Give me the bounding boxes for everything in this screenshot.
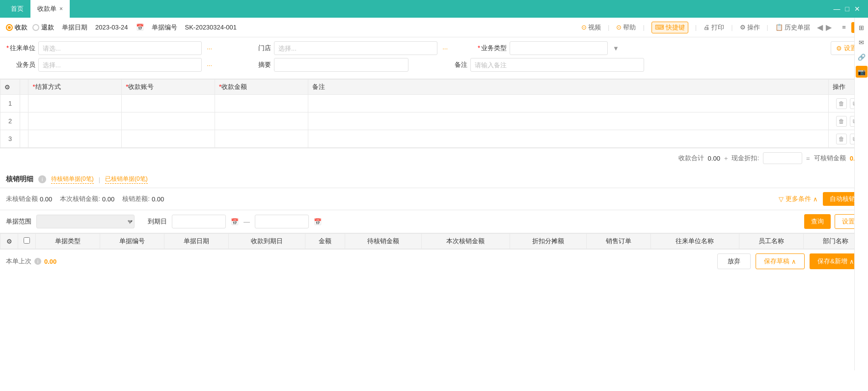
shortcut-btn[interactable]: ⌨ 快捷键 [651,22,688,33]
biz-dropdown[interactable]: ▼ [613,45,619,52]
help-btn[interactable]: ⊙ 帮助 [616,23,636,32]
select-all-checkbox[interactable] [24,237,30,244]
radio-tuikuan[interactable]: 退款 [32,23,54,32]
amount-input-3[interactable] [215,130,308,147]
more-filter-btn[interactable]: ▽ 更多条件 ∧ [779,195,818,203]
settlement-input-1[interactable] [28,95,121,112]
biz-input[interactable]: 预收款 [510,41,608,55]
cell-account-1[interactable] [122,95,215,112]
bth-date: 单据日期 [164,234,228,249]
party-input[interactable] [38,41,202,55]
done-link[interactable]: 已核销单据(0笔) [105,175,148,184]
draft-btn[interactable]: 保存草稿 ∧ [756,253,805,269]
layout-list[interactable]: ≡ [839,22,849,33]
abandon-btn[interactable]: 放弃 [717,253,751,269]
store-label: 门店 [242,44,271,53]
verify-stats: 未核销金额 0.00 本次核销金额: 0.00 核销差额: 0.00 ▽ 更多条… [0,188,868,210]
store-field: 门店 ··· [242,41,448,55]
diff-stat: 核销差额: 0.00 [122,195,164,203]
side-mail-icon[interactable]: ✉ [856,36,868,48]
account-input-2[interactable] [122,112,215,130]
prev-arrow[interactable]: ◀ [817,23,823,32]
cell-account-3[interactable] [122,130,215,148]
cell-settlement-3[interactable] [28,130,122,148]
discount-label: 现金折扣: [732,154,759,163]
section-header: 核销明细 i 待核销单据(0笔) | 已核销单据(0笔) [0,171,868,188]
delete-row-3[interactable]: 🗑 [836,134,847,144]
remark-input-2[interactable] [308,112,828,130]
query-btn[interactable]: 查询 [804,214,831,229]
amount-input-1[interactable] [215,95,308,112]
filter-icon: ▽ [779,196,784,203]
side-table-icon[interactable]: ⊞ [856,22,868,33]
table-row: 3 🗑 ⧉ [0,130,868,148]
tab-close[interactable]: × [59,0,63,18]
verify-section: 核销明细 i 待核销单据(0笔) | 已核销单据(0笔) 未核销金额 0.00 … [0,171,868,249]
discount-input[interactable] [763,152,802,164]
tab-home[interactable]: 首页 [4,0,30,18]
date-from-input[interactable]: 2022-04-01 [172,215,226,228]
range-select[interactable] [36,215,135,228]
store-dots[interactable]: ··· [442,45,448,52]
table-row: 2 🗑 ⧉ [0,112,868,130]
calendar-icon[interactable]: 📅 [136,24,144,31]
side-camera-icon[interactable]: 📷 [856,66,868,78]
cell-remark-3[interactable] [308,130,828,148]
amount-input-2[interactable] [215,112,308,130]
cell-remark-1[interactable] [308,95,828,112]
minimize-btn[interactable]: — [834,5,841,13]
bth-gear[interactable]: ⚙ [0,234,18,249]
prev-label: 本单上次 [6,257,31,266]
cell-account-2[interactable] [122,112,215,130]
delete-row-1[interactable]: 🗑 [836,98,847,109]
cal-to-icon[interactable]: 📅 [314,218,322,225]
remark-input-1[interactable] [308,95,828,112]
date-to-input[interactable]: 2022-04-12 [255,215,309,228]
print-btn[interactable]: 🖨 打印 [704,23,724,32]
remark-label: 备注 [438,60,467,69]
video-btn[interactable]: ⊙ 视频 [581,23,601,32]
info-icon[interactable]: i [38,175,46,183]
cell-amount-2[interactable] [215,112,308,130]
nav-arrows: ◀ ▶ [817,23,832,32]
gear-th[interactable]: ⚙ [0,80,20,95]
biz-field: 业务类型 预收款 ▼ [477,41,654,55]
cell-settlement-1[interactable] [28,95,122,112]
history-btn[interactable]: 📋 历史单据 [775,23,810,32]
memo-input[interactable] [274,58,408,72]
remark-input-3[interactable] [308,130,828,147]
staff-dots[interactable]: ··· [207,61,212,69]
maximize-btn[interactable]: □ [845,5,849,13]
settlement-input-3[interactable] [28,130,121,147]
store-input[interactable] [274,41,437,55]
account-input-1[interactable] [122,95,215,112]
account-input-3[interactable] [122,130,215,147]
cell-amount-3[interactable] [215,130,308,148]
remark-input[interactable] [470,58,644,72]
cell-empty-2a [20,112,28,130]
radio-shoukuan[interactable]: 收款 [6,23,27,32]
cell-settlement-2[interactable] [28,112,122,130]
save-arrow[interactable]: ∧ [849,258,854,265]
close-btn[interactable]: ✕ [854,5,860,13]
settlement-input-2[interactable] [28,112,121,130]
delete-row-2[interactable]: 🗑 [836,116,847,127]
total-value: 0.00 [708,155,720,162]
operation-btn[interactable]: ⚙ 操作 [740,23,760,32]
prev-value: 0.00 [44,258,56,265]
cell-remark-2[interactable] [308,112,828,130]
cal-from-icon[interactable]: 📅 [231,218,239,225]
row-num-2: 2 [0,112,20,130]
draft-arrow[interactable]: ∧ [791,258,796,265]
staff-input[interactable] [38,58,202,72]
tab-bar: 首页 收款单 × — □ ✕ [0,0,868,18]
tab-active[interactable]: 收款单 × [30,0,70,18]
party-dots[interactable]: ··· [207,45,212,52]
next-arrow[interactable]: ▶ [826,23,832,32]
cell-amount-1[interactable] [215,95,308,112]
th-remark: 备注 [308,80,828,95]
bth-current: 本次核销金额 [421,234,510,249]
pending-link[interactable]: 待核销单据(0笔) [51,175,94,184]
side-link-icon[interactable]: 🔗 [856,51,868,63]
bth-checkbox[interactable] [18,234,36,249]
